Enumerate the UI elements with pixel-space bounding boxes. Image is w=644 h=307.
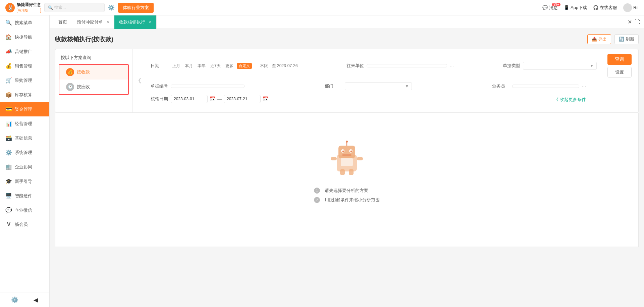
sidebar-item-system[interactable]: ⚙️ 系统管理 [0,145,49,160]
tab-receipt-close[interactable]: ✕ [149,20,152,24]
svg-rect-6 [342,154,352,156]
department-select[interactable]: ▼ [345,82,412,90]
logo-name: 畅捷通好生意 [17,2,41,8]
writeoff-start-input[interactable] [171,95,208,103]
sidebar-item-quick[interactable]: 🏠 快捷导航 [0,30,49,44]
doc-no-item: 单据编号 [151,83,245,89]
writeoff-end-input[interactable] [224,95,261,103]
main-content: 首页 预付冲应付单 ✕ 收款核销执行 ✕ ✕ ⛶ 收款核销执行(按收款) 📤 导… [50,15,644,307]
doc-type-select[interactable]: ▼ [523,62,597,70]
doc-no-input[interactable] [171,85,245,88]
writeoff-start-calendar-icon[interactable]: 📅 [210,96,215,102]
page-title: 收款核销执行(按收款) [55,35,113,43]
writeoff-end-calendar-icon[interactable]: 📅 [263,96,268,102]
sidebar-item-sales[interactable]: 💰 销售管理 [0,59,49,73]
svg-rect-10 [357,157,363,160]
sidebar-label-system: 系统管理 [15,150,32,156]
refresh-button[interactable]: 🔄 刷新 [614,34,639,44]
tab-expand-btn[interactable]: ⛶ [635,19,640,25]
search-bar[interactable]: 🔍 搜索... [44,3,105,12]
filter-option-receipt[interactable]: 💰 按收款 [59,65,128,80]
collapse-more-btn[interactable]: 《 收起更多条件 [554,97,586,103]
sidebar-item-operation[interactable]: 📊 经营管理 [0,116,49,131]
inventory-icon: 📦 [5,92,12,98]
export-button[interactable]: 📤 导出 [587,34,611,44]
app-icon: 📱 [564,5,569,10]
sidebar-label-sales: 销售管理 [15,63,32,69]
counterparty-ellipsis[interactable]: ··· [450,63,454,68]
department-label: 部门 [325,83,342,89]
more-date-btn[interactable]: 更多 [224,62,235,69]
sidebar-item-inventory[interactable]: 📦 库存核算 [0,88,49,102]
sidebar-item-marketing[interactable]: 📣 营销推广 [0,44,49,59]
top-bar-left: 🐰 畅捷通好生意 标准版 🔍 搜索... ⚙️ 体验行业方案 [5,2,154,13]
sidebar-item-wechat[interactable]: 💬 企业微信 [0,203,49,217]
online-service-item[interactable]: 🎧 在线客服 [593,5,617,11]
sidebar-item-hardware[interactable]: 🖥️ 智能硬件 [0,189,49,203]
user-item[interactable]: Rit [623,3,639,12]
home-icon: 🏠 [5,34,12,40]
salesperson-ellipsis[interactable]: ··· [582,84,586,89]
search-icon: 🔍 [5,19,12,26]
last-7-days-btn[interactable]: 近7天 [209,62,222,69]
search-placeholder: 搜索... [54,5,66,10]
settings-button[interactable]: 设置 [607,67,632,78]
sidebar-item-basic[interactable]: 🗃️ 基础信息 [0,131,49,145]
counterparty-input[interactable] [367,64,447,67]
sidebar-label-operation: 经营管理 [15,121,32,127]
this-year-btn[interactable]: 本年 [196,62,207,69]
tab-receipt[interactable]: 收款核销执行 ✕ [114,15,157,29]
user-name: Rit [633,5,639,10]
sidebar-item-enterprise[interactable]: 🏢 企业协同 [0,160,49,174]
sidebar-label-basic: 基础信息 [15,135,32,141]
date-to-label: 至 2023-07-26 [272,63,298,69]
doc-type-item: 单据类型 ▼ [503,62,597,70]
last-month-btn[interactable]: 上月 [171,62,181,69]
department-item: 部门 ▼ [325,82,412,90]
sidebar-item-finance[interactable]: 💳 资金管理 [0,102,49,116]
settings-bottom-icon[interactable]: ⚙️ [11,296,18,304]
filter-option-receivable[interactable]: 🕐 按应收 [59,80,128,94]
svg-rect-11 [340,169,345,175]
refresh-icon: 🔄 [619,37,626,42]
counterparty-item: 往来单位 ··· [346,63,454,69]
tab-prepay-label: 预付冲应付单 [77,19,103,25]
message-item[interactable]: 💬 消息 99+ [542,5,558,11]
salesperson-input[interactable] [512,85,579,88]
sidebar-item-search[interactable]: 🔍 搜索菜单 [0,15,49,30]
receipt-option-icon: 💰 [66,68,74,76]
collapse-sidebar-icon[interactable]: ◀ [34,296,38,304]
sidebar-label-inventory: 库存核算 [15,92,32,98]
svg-point-8 [346,141,348,143]
this-month-btn[interactable]: 本月 [183,62,194,69]
filter-collapse-button[interactable]: 《 [132,73,144,88]
tip-text-2: 用[过滤]条件来缩小分析范围 [325,197,379,203]
top-bar-right: 💬 消息 99+ 📱 App下载 🎧 在线客服 Rit [542,3,639,12]
tab-prepay[interactable]: 预付冲应付单 ✕ [72,15,114,29]
query-button[interactable]: 查询 [607,54,632,65]
settings-icon[interactable]: ⚙️ [108,4,115,11]
app-download-label: App下载 [571,5,587,11]
filter-options-box: 💰 按收款 🕐 按应收 [59,64,129,95]
writeoff-date-group: 📅 — 📅 [171,95,268,103]
app-download-item[interactable]: 📱 App下载 [564,5,587,11]
tab-actions: ✕ ⛶ [628,19,640,25]
tab-home[interactable]: 首页 [54,15,72,29]
sidebar-label-finance: 资金管理 [15,106,32,112]
sidebar-item-vip[interactable]: V 畅会员 [0,217,49,232]
tab-close-all-btn[interactable]: ✕ [628,19,632,25]
page-actions: 📤 导出 🔄 刷新 [587,34,639,44]
solution-button[interactable]: 体验行业方案 [118,3,154,13]
page-header: 收款核销执行(按收款) 📤 导出 🔄 刷新 [55,34,639,44]
marketing-icon: 📣 [5,48,12,55]
empty-tip-1: 1 请先选择要分析的方案 [314,188,379,194]
filter-row-3: 核销日期 📅 — 📅 《 收起更多条件 [151,95,632,103]
tab-prepay-close[interactable]: ✕ [106,20,109,24]
action-buttons: 查询 设置 [607,54,632,78]
tab-bar: 首页 预付冲应付单 ✕ 收款核销执行 ✕ ✕ ⛶ [50,15,644,29]
sidebar-item-guide[interactable]: 🎓 新手引导 [0,174,49,189]
svg-rect-1 [338,146,355,158]
message-badge: 99+ [552,3,560,6]
collapse-icon: 《 [554,97,558,103]
sidebar-item-purchase[interactable]: 🛒 采购管理 [0,73,49,88]
